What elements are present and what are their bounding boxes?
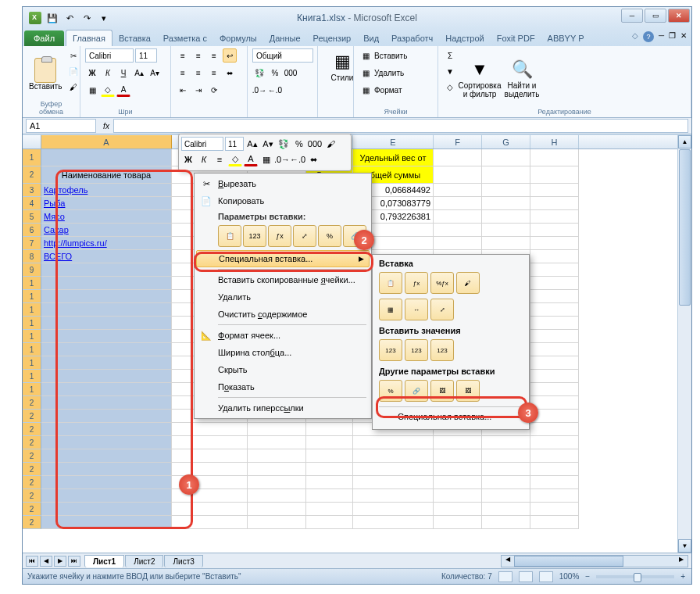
merge-icon[interactable]: ⬌ (223, 66, 237, 80)
row-header[interactable]: 3 (23, 184, 41, 197)
cell[interactable] (248, 436, 306, 449)
col-header-e[interactable]: E (353, 135, 434, 148)
mini-thousands-icon[interactable]: 000 (308, 137, 322, 151)
sheet-tab-2[interactable]: Лист2 (125, 555, 163, 567)
inc-decimal-icon[interactable]: .0→ (252, 83, 266, 97)
qat-undo-icon[interactable]: ↶ (62, 10, 77, 26)
cell[interactable] (434, 224, 482, 237)
cell[interactable] (41, 277, 172, 290)
cell[interactable] (306, 449, 353, 463)
row-header[interactable]: 2 (23, 516, 41, 529)
find-select-button[interactable]: 🔍 Найти и выделить (502, 48, 541, 108)
font-name-combo[interactable] (85, 48, 134, 63)
cell[interactable] (530, 250, 579, 263)
cell[interactable] (306, 476, 353, 489)
cell[interactable] (482, 224, 530, 237)
row-header[interactable]: 2 (23, 436, 41, 449)
cell[interactable] (482, 449, 530, 463)
tab-data[interactable]: Данные (263, 30, 307, 46)
sub-formatting-icon[interactable]: % (379, 380, 402, 402)
cell[interactable] (530, 370, 579, 383)
cell[interactable] (482, 184, 530, 197)
cell[interactable] (530, 343, 579, 356)
orientation-icon[interactable]: ⟳ (207, 83, 221, 97)
cell[interactable] (353, 503, 434, 516)
cell[interactable] (41, 356, 172, 370)
indent-dec-icon[interactable]: ⇤ (176, 83, 190, 97)
cell[interactable] (41, 343, 172, 356)
sub-linked-pic-icon[interactable]: 🖼 (456, 380, 480, 402)
select-all-corner[interactable] (23, 135, 41, 148)
paste-formulas-icon[interactable]: ƒx (268, 225, 291, 247)
mini-shrink-icon[interactable]: A▾ (261, 137, 275, 151)
row-header[interactable]: 2 (23, 423, 41, 436)
cell[interactable] (248, 463, 306, 476)
cell[interactable] (530, 317, 579, 330)
tab-view[interactable]: Вид (357, 30, 385, 46)
clear-icon[interactable]: ◇ (443, 80, 457, 94)
cell[interactable] (530, 396, 579, 410)
cell[interactable] (434, 463, 482, 476)
cell[interactable] (353, 476, 434, 489)
sub-paste-noborder-icon[interactable]: ▦ (379, 299, 402, 320)
cell[interactable] (41, 476, 172, 489)
cell[interactable] (434, 449, 482, 463)
row-header[interactable]: 2 (23, 489, 41, 503)
cell[interactable] (353, 489, 434, 503)
cell[interactable] (530, 449, 579, 463)
cell[interactable] (434, 237, 482, 250)
cell[interactable] (41, 463, 172, 476)
cell[interactable] (530, 516, 579, 529)
mini-border-icon[interactable]: ▦ (259, 152, 273, 166)
qat-save-icon[interactable]: 💾 (45, 10, 60, 26)
mini-size-combo[interactable] (225, 137, 244, 151)
ctx-hide[interactable]: Скрыть (196, 361, 370, 378)
mini-align-icon[interactable]: ≡ (212, 152, 227, 166)
minimize-ribbon-icon[interactable]: ◇ (632, 31, 638, 42)
mini-merge-icon[interactable]: ⬌ (306, 152, 320, 166)
doc-close-icon[interactable]: ✕ (680, 31, 687, 42)
paste-values-icon[interactable]: 123 (243, 225, 266, 247)
doc-minimize-icon[interactable]: ─ (659, 31, 664, 42)
mini-italic-icon[interactable]: К (197, 152, 211, 166)
align-left-icon[interactable]: ≡ (176, 66, 190, 80)
fill-color-icon[interactable]: ◇ (101, 83, 115, 97)
delete-cells-icon[interactable]: ▦ (359, 66, 373, 80)
align-right-icon[interactable]: ≡ (207, 66, 221, 80)
tab-formulas[interactable]: Формулы (213, 30, 263, 46)
sub-paste-transpose-icon[interactable]: ⤢ (430, 299, 454, 320)
insert-cells-icon[interactable]: ▦ (359, 48, 373, 63)
mini-percent-icon[interactable]: % (292, 137, 306, 151)
sheet-nav-prev-icon[interactable]: ◀ (40, 556, 52, 567)
col-header-f[interactable]: F (434, 135, 482, 148)
cell[interactable] (530, 197, 579, 210)
row-header[interactable]: 1 (23, 356, 41, 370)
cell[interactable] (353, 449, 434, 463)
cell[interactable] (172, 449, 248, 463)
scroll-thumb[interactable] (679, 149, 691, 306)
cell[interactable] (530, 503, 579, 516)
row-header[interactable]: 1 (23, 383, 41, 396)
hscroll-left-icon[interactable]: ◀ (502, 556, 514, 567)
row-header[interactable]: 1 (23, 277, 41, 290)
tab-developer[interactable]: Разработч (385, 30, 439, 46)
cell[interactable] (306, 516, 353, 529)
cell-a7[interactable]: http://lumpics.ru/ (41, 237, 172, 250)
cell[interactable] (434, 503, 482, 516)
maximize-button[interactable]: ▭ (645, 9, 666, 23)
vertical-scrollbar[interactable]: ▲ ▼ (677, 135, 691, 553)
cell[interactable] (41, 383, 172, 396)
row-header[interactable]: 2 (23, 463, 41, 476)
row-header[interactable]: 7 (23, 237, 41, 250)
qat-dropdown-icon[interactable]: ▾ (96, 10, 112, 26)
ctx-special-paste[interactable]: Специальная вставка...▶ (196, 250, 370, 267)
sort-filter-button[interactable]: ▼ Сортировка и фильтр (460, 48, 499, 108)
cell[interactable] (248, 489, 306, 503)
sub-paste-width-icon[interactable]: ↔ (405, 299, 428, 320)
align-middle-icon[interactable]: ≡ (191, 48, 205, 63)
tab-foxit[interactable]: Foxit PDF (491, 30, 541, 46)
cell[interactable] (530, 277, 579, 290)
zoom-out-icon[interactable]: − (585, 572, 590, 581)
cell[interactable] (482, 436, 530, 449)
cell[interactable] (530, 476, 579, 489)
